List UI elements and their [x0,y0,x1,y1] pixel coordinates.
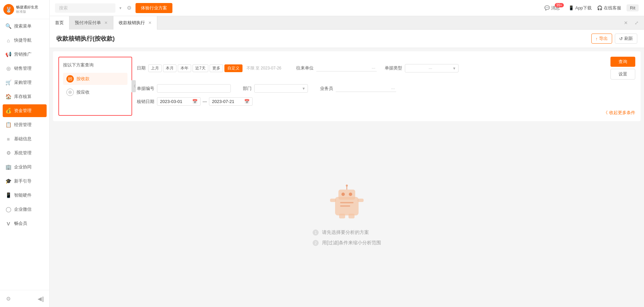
export-button[interactable]: ↑ 导出 [591,34,612,44]
date-btn-more[interactable]: 更多 [210,64,223,72]
partner-label: 往来单位 [296,65,314,71]
query-buttons: 查询 设置 [610,57,635,80]
app-download-button[interactable]: 📱 App下载 [569,5,592,11]
empty-tips: 1 请先选择要分析的方案 2 用[过滤]条件来缩小分析范围 [313,227,381,248]
sidebar-item-enterprise[interactable]: 🏢 企业协同 [0,160,49,174]
tab-home-label: 首页 [55,20,64,26]
verify-date-start-value: 2023-03-01 [160,99,182,104]
topbar-gear-icon[interactable]: ⚙ [127,5,131,11]
user-menu[interactable]: Rit [627,4,639,11]
filter-section: 按以下方案查询 按收款 按应收 《 [53,51,641,121]
tab-home[interactable]: 首页 [50,16,69,30]
service-button[interactable]: 🎧 在线客服 [597,5,621,11]
staff-input[interactable]: ··· [336,85,396,92]
headset-icon: 🎧 [597,5,602,10]
sidebar-item-sales[interactable]: ◎ 销售管理 [0,61,49,75]
filter-panel-collapse[interactable]: 《 [131,80,136,92]
tip1-text: 请先选择要分析的方案 [322,229,369,235]
guide-icon: 🎓 [5,178,11,184]
purchase-icon: 🛒 [5,80,11,86]
settings-bottom-icon[interactable]: ⚙ [3,294,13,304]
tab-prepay[interactable]: 预付冲应付单 ✕ [69,16,113,30]
message-icon: 💬 [544,5,550,10]
tab-close-all-icon[interactable]: ✕ [621,18,631,28]
sidebar-item-search-label: 搜索菜单 [14,23,32,29]
logo-name: 畅捷通好生意 [16,5,38,9]
sidebar-item-member[interactable]: V 畅会员 [0,216,49,231]
sidebar-item-hardware[interactable]: 📱 智能硬件 [0,188,49,202]
filter-option-receipt[interactable]: 按收款 [63,73,127,85]
empty-tip-2: 2 用[过滤]条件来缩小分析范围 [313,238,381,248]
sidebar-item-search[interactable]: 🔍 搜索菜单 [0,19,49,33]
sidebar-item-purchase[interactable]: 🛒 采购管理 [0,75,49,90]
topbar-chevron-icon[interactable]: ▾ [119,6,121,10]
filter-left-panel: 按以下方案查询 按收款 按应收 《 [58,57,132,116]
filter-panel-title: 按以下方案查询 [63,62,127,68]
settings-button[interactable]: 设置 [610,69,635,80]
voucher-no-label: 单据编号 [137,86,154,92]
svg-rect-0 [68,78,72,80]
tab-receipt-close[interactable]: ✕ [148,20,152,25]
sidebar-item-management[interactable]: 📋 经营管理 [0,118,49,132]
dept-select[interactable]: ▾ [254,84,308,93]
sidebar-item-finance[interactable]: 💰 资金管理 [3,104,47,117]
query-button[interactable]: 查询 [610,57,635,67]
dept-group: 部门 ▾ [243,84,308,93]
collapse-more-btn[interactable]: 《 收起更多条件 [603,110,635,116]
solution-button[interactable]: 体验行业方案 [136,3,172,13]
filter-row-3: 核销日期 2023-03-01 📅 — 2023-07-21 📅 [137,97,635,106]
filter-option-receivable[interactable]: 按应收 [63,86,127,98]
tab-prepay-close[interactable]: ✕ [104,20,108,25]
svg-rect-11 [340,205,350,207]
message-button[interactable]: 💬 消息 99+ [544,5,560,11]
voucher-type-label: 单据类型 [385,65,402,71]
date-btn-last-month[interactable]: 上月 [148,64,162,72]
date-btn-this-month[interactable]: 本月 [163,64,176,72]
sidebar-item-sales-label: 销售管理 [14,65,32,71]
verify-date-range: 2023-03-01 📅 — 2023-07-21 📅 [157,97,253,106]
receivable-option-icon [66,89,74,96]
svg-rect-12 [330,199,336,202]
tab-receipt[interactable]: 收款核销执行 ✕ [113,16,157,30]
verify-date-label: 核销日期 [137,99,154,105]
sidebar-item-inventory[interactable]: 🏠 库存核算 [0,90,49,104]
sidebar-item-marketing[interactable]: 📢 营销推广 [0,47,49,61]
tip2-number: 2 [313,240,319,246]
date-btn-this-year[interactable]: 本年 [178,64,191,72]
voucher-type-select[interactable]: ··· ▾ [405,64,459,72]
sidebar-item-shortcut[interactable]: ⌂ 快捷导航 [0,33,49,47]
collapse-sidebar-icon[interactable]: ◀‖ [36,294,46,304]
voucher-no-group: 单据编号 [137,84,231,93]
verify-date-end[interactable]: 2023-07-21 📅 [209,97,253,106]
sidebar-item-finance-label: 资金管理 [14,108,32,114]
tab-expand-icon[interactable]: ⤢ [632,18,641,28]
svg-rect-15 [348,214,355,218]
verify-date-start[interactable]: 2023-03-01 📅 [157,97,201,106]
search-icon: 🔍 [5,23,11,29]
filter-right-panel: 日期 上月 本月 本年 近7天 更多 自定义 不限 至 2023-07-26 往… [137,57,635,116]
svg-point-9 [349,193,352,196]
partner-group: 往来单位 ··· [296,65,377,71]
date-btn-7days[interactable]: 近7天 [193,64,208,72]
sidebar-item-basic[interactable]: ≡ 基础信息 [0,132,49,146]
filter-option-receipt-label: 按收款 [76,76,90,82]
service-label: 在线客服 [604,5,621,11]
sidebar-item-guide[interactable]: 🎓 新手引导 [0,174,49,188]
empty-illustration [328,184,365,220]
app-icon: 📱 [569,5,574,10]
wechat-icon: ◯ [5,206,11,212]
inventory-icon: 🏠 [5,94,11,100]
refresh-button[interactable]: ↺ 刷新 [615,34,637,44]
partner-input[interactable]: ··· [316,65,377,71]
date-btn-custom[interactable]: 自定义 [224,64,243,72]
sidebar-item-purchase-label: 采购管理 [14,80,32,86]
sidebar-item-wechat[interactable]: ◯ 企业微信 [0,202,49,216]
sidebar-item-member-label: 畅会员 [14,220,27,226]
date-buttons: 上月 本月 本年 近7天 更多 自定义 [148,64,243,72]
calendar-end-icon: 📅 [244,99,250,104]
logo-area: 🐰 畅捷通好生意 标准版 [0,0,49,19]
voucher-no-input[interactable] [157,84,231,93]
sidebar-item-system[interactable]: ⚙ 系统管理 [0,146,49,160]
date-group: 日期 上月 本月 本年 近7天 更多 自定义 不限 至 2023-07-26 [137,64,281,72]
sidebar-item-marketing-label: 营销推广 [14,51,32,57]
